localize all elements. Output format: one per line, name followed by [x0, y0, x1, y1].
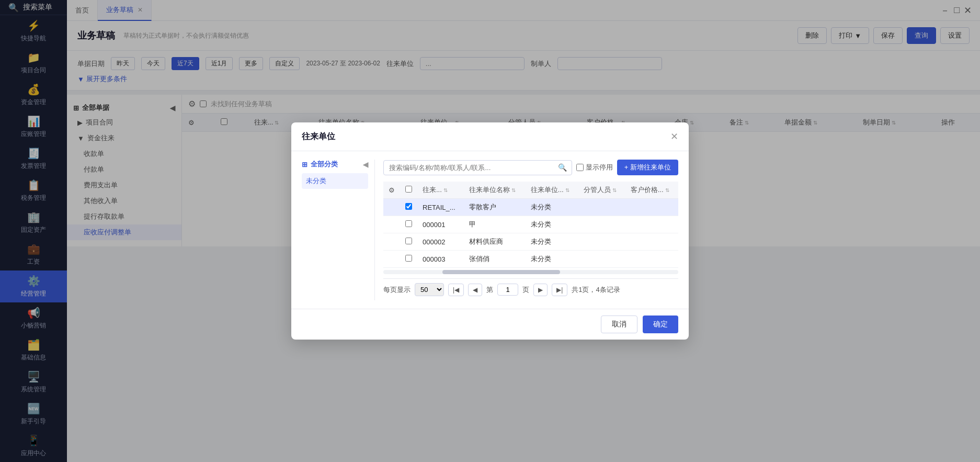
new-partner-button[interactable]: + 新增往来单位	[617, 160, 678, 175]
row-price	[625, 251, 678, 268]
table-row[interactable]: 000001 甲 未分类	[383, 216, 678, 233]
category-header: ⊞ 全部分类 ◀	[302, 160, 368, 169]
th-name: 往来单位名称⇅	[464, 182, 526, 199]
modal-table-section: 🔍 显示停用 + 新增往来单位 ⚙	[383, 160, 678, 300]
row-name: 甲	[464, 216, 526, 233]
modal-title: 往来单位	[302, 131, 335, 142]
modal-overlay[interactable]: 往来单位 ✕ ⊞ 全部分类 ◀ 未分类	[0, 0, 980, 462]
modal-actions: 取消 确定	[291, 309, 689, 340]
modal-header: 往来单位 ✕	[291, 122, 689, 151]
table-row[interactable]: 000003 张俏俏 未分类	[383, 251, 678, 268]
page-unit-label: 第	[486, 285, 493, 295]
row-checkbox[interactable]	[400, 233, 417, 251]
row-code: RETAIL_...	[417, 199, 464, 216]
first-page-button[interactable]: |◀	[448, 284, 464, 296]
th-manager: 分管人员⇅	[578, 182, 625, 199]
row-category: 未分类	[526, 233, 578, 251]
scrollbar-thumb	[442, 270, 561, 274]
partner-table-body: RETAIL_... 零散客户 未分类 000001 甲	[383, 199, 678, 268]
row-manager	[578, 216, 625, 233]
row-name: 零散客户	[464, 199, 526, 216]
page-number-input[interactable]	[497, 284, 518, 296]
partner-table-header: ⚙ 往来...⇅ 往来单位名称⇅ 往来单位...⇅ 分管人员⇅ 客户价格...⇅	[383, 182, 678, 199]
row-settings	[383, 251, 400, 268]
partner-search-input[interactable]	[383, 160, 572, 175]
confirm-button[interactable]: 确定	[643, 315, 678, 333]
row-manager	[578, 199, 625, 216]
category-item-label: 未分类	[306, 177, 326, 185]
row-manager	[578, 233, 625, 251]
row-price	[625, 199, 678, 216]
th-settings[interactable]: ⚙	[383, 182, 400, 199]
cancel-button[interactable]: 取消	[601, 315, 637, 333]
row-manager	[578, 251, 625, 268]
row-category: 未分类	[526, 251, 578, 268]
page-size-select[interactable]: 50 100 200	[415, 283, 444, 296]
row-code: 000002	[417, 233, 464, 251]
th-price: 客户价格...⇅	[625, 182, 678, 199]
row-settings	[383, 233, 400, 251]
category-header-label: 全部分类	[311, 160, 338, 169]
row-checkbox[interactable]	[400, 199, 417, 216]
total-label: 共1页，4条记录	[572, 285, 620, 295]
table-row[interactable]: RETAIL_... 零散客户 未分类	[383, 199, 678, 216]
row-price	[625, 233, 678, 251]
next-page-button[interactable]: ▶	[533, 284, 548, 296]
category-header-icon: ⊞	[302, 161, 307, 168]
page-size-label: 每页显示	[383, 285, 411, 295]
th-checkbox[interactable]	[400, 182, 417, 199]
row-category: 未分类	[526, 216, 578, 233]
row-category: 未分类	[526, 199, 578, 216]
row-code: 000003	[417, 251, 464, 268]
row-price	[625, 216, 678, 233]
last-page-button[interactable]: ▶|	[552, 284, 567, 296]
modal-body: ⊞ 全部分类 ◀ 未分类 🔍	[291, 151, 689, 309]
page-label: 页	[522, 285, 529, 295]
row-settings	[383, 199, 400, 216]
category-item-unclassified[interactable]: 未分类	[302, 173, 368, 189]
category-collapse-icon[interactable]: ◀	[363, 161, 368, 168]
modal-toolbar: 🔍 显示停用 + 新增往来单位	[383, 160, 678, 175]
modal-category-panel: ⊞ 全部分类 ◀ 未分类	[302, 160, 375, 300]
row-name: 材料供应商	[464, 233, 526, 251]
search-icon: 🔍	[558, 163, 567, 172]
th-code: 往来...⇅	[417, 182, 464, 199]
show-disabled-checkbox[interactable]	[576, 164, 584, 171]
row-code: 000001	[417, 216, 464, 233]
pagination-bar: 每页显示 50 100 200 |◀ ◀ 第 页 ▶ ▶| 共1页，4	[383, 278, 678, 300]
horizontal-scrollbar[interactable]	[383, 270, 678, 274]
row-name: 张俏俏	[464, 251, 526, 268]
partner-modal: 往来单位 ✕ ⊞ 全部分类 ◀ 未分类	[291, 122, 689, 340]
modal-close-button[interactable]: ✕	[670, 131, 678, 142]
show-disabled-label: 显示停用	[576, 163, 613, 172]
row-checkbox[interactable]	[400, 251, 417, 268]
search-wrap: 🔍	[383, 160, 572, 175]
prev-page-button[interactable]: ◀	[468, 284, 482, 296]
modal-content-row: ⊞ 全部分类 ◀ 未分类 🔍	[302, 160, 678, 300]
table-row[interactable]: 000002 材料供应商 未分类	[383, 233, 678, 251]
th-category: 往来单位...⇅	[526, 182, 578, 199]
partner-table: ⚙ 往来...⇅ 往来单位名称⇅ 往来单位...⇅ 分管人员⇅ 客户价格...⇅	[383, 182, 678, 268]
row-settings	[383, 216, 400, 233]
show-disabled-text: 显示停用	[586, 163, 613, 172]
row-checkbox[interactable]	[400, 216, 417, 233]
